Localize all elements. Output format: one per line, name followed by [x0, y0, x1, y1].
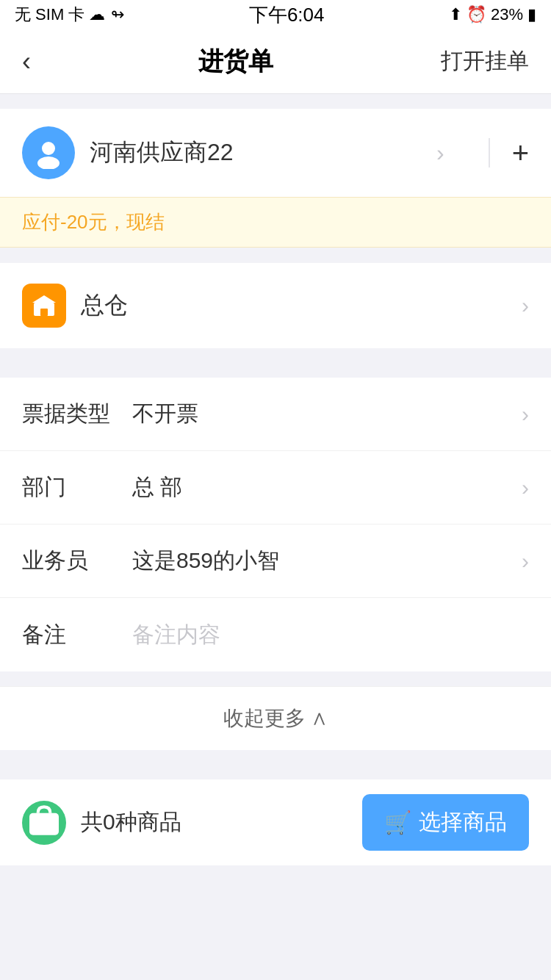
user-icon	[32, 137, 65, 169]
select-product-button[interactable]: 🛒 选择商品	[362, 794, 529, 851]
notice-bar: 应付-20元，现结	[0, 197, 551, 248]
bottom-bar: 共0种商品 🛒 选择商品	[0, 779, 551, 865]
salesperson-chevron-icon: ›	[522, 549, 529, 574]
svg-marker-3	[32, 295, 56, 303]
warehouse-chevron-icon: ›	[522, 293, 529, 318]
wifi-icon: ↬	[111, 5, 124, 24]
gap-4	[0, 750, 551, 765]
department-row[interactable]: 部门 总 部 ›	[0, 451, 551, 525]
battery-text: 23%	[491, 5, 523, 24]
salesperson-value: 这是859的小智	[118, 546, 522, 576]
alarm-icon: ⏰	[467, 5, 486, 24]
battery-icon: ▮	[527, 5, 536, 24]
remark-row[interactable]: 备注 备注内容	[0, 598, 551, 671]
product-count: 共0种商品	[81, 807, 362, 837]
signal-text: 无 SIM 卡 ☁	[15, 4, 105, 26]
gap-2	[0, 248, 551, 262]
supplier-row[interactable]: 河南供应商22 › +	[0, 109, 551, 197]
supplier-section: 河南供应商22 › + 应付-20元，现结	[0, 109, 551, 248]
select-product-label: 选择商品	[419, 807, 507, 837]
warehouse-row[interactable]: 总仓 ›	[0, 262, 551, 348]
cart-icon	[22, 801, 66, 845]
department-label: 部门	[22, 472, 118, 502]
status-bar: 无 SIM 卡 ☁ ↬ 下午6:04 ⬆ ⏰ 23% ▮	[0, 0, 551, 29]
status-right: ⬆ ⏰ 23% ▮	[449, 5, 536, 24]
open-pending-button[interactable]: 打开挂单	[441, 46, 529, 76]
nav-bar: ‹ 进货单 打开挂单	[0, 29, 551, 94]
warehouse-icon	[22, 284, 66, 328]
invoice-type-label: 票据类型	[22, 399, 118, 429]
page-title: 进货单	[198, 45, 273, 79]
remark-label: 备注	[22, 620, 118, 650]
collapse-label: 收起更多 ∧	[223, 705, 328, 732]
svg-point-1	[37, 156, 60, 169]
status-left: 无 SIM 卡 ☁ ↬	[15, 4, 124, 26]
warehouse-section: 总仓 ›	[0, 262, 551, 348]
location-icon: ⬆	[449, 5, 462, 24]
invoice-type-chevron-icon: ›	[522, 402, 529, 427]
supplier-name: 河南供应商22	[90, 137, 436, 169]
status-time: 下午6:04	[249, 2, 325, 28]
form-section: 票据类型 不开票 › 部门 总 部 › 业务员 这是859的小智 › 备注 备注…	[0, 378, 551, 671]
remark-input[interactable]: 备注内容	[118, 620, 529, 650]
gap-3	[0, 348, 551, 363]
collapse-row[interactable]: 收起更多 ∧	[0, 686, 551, 750]
warehouse-name: 总仓	[81, 289, 522, 322]
svg-point-0	[42, 142, 55, 155]
department-chevron-icon: ›	[522, 475, 529, 500]
gap-1	[0, 94, 551, 109]
back-button[interactable]: ‹	[22, 46, 31, 77]
department-value: 总 部	[118, 472, 522, 502]
svg-rect-5	[29, 813, 59, 835]
add-supplier-button[interactable]: +	[512, 138, 529, 167]
invoice-type-row[interactable]: 票据类型 不开票 ›	[0, 378, 551, 451]
divider	[489, 138, 490, 167]
salesperson-row[interactable]: 业务员 这是859的小智 ›	[0, 525, 551, 598]
warehouse-svg-icon	[31, 292, 57, 319]
invoice-type-value: 不开票	[118, 399, 522, 429]
salesperson-label: 业务员	[22, 546, 118, 576]
supplier-chevron-icon: ›	[436, 140, 444, 167]
product-icon	[22, 801, 66, 845]
svg-rect-4	[40, 309, 48, 316]
supplier-avatar	[22, 126, 75, 179]
select-product-icon: 🛒	[384, 810, 411, 835]
